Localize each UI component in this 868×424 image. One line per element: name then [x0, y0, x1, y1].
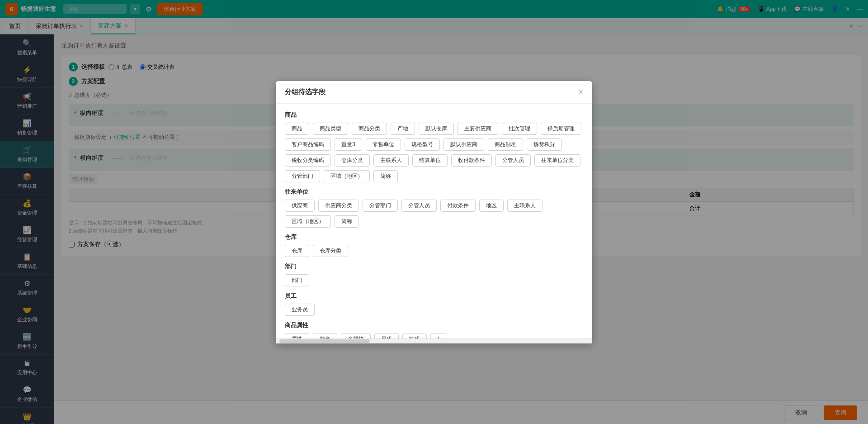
- section-title-warehouse: 仓库: [285, 233, 583, 241]
- fields-grid-staff: 业务员: [285, 304, 583, 316]
- field-warehouse-cat[interactable]: 仓库分类: [313, 245, 348, 257]
- fields-grid-dept: 部门: [285, 274, 583, 286]
- section-title-goods-attr: 商品属性: [285, 321, 583, 329]
- field-goods-type[interactable]: 商品类型: [313, 123, 348, 135]
- field-refine-points[interactable]: 炼货积分: [527, 138, 562, 151]
- section-title-staff: 员工: [285, 292, 583, 300]
- field-supervisor[interactable]: 分管人员: [495, 154, 531, 167]
- field-dept[interactable]: 部门: [285, 274, 309, 286]
- field-short-name-partner[interactable]: 简称: [335, 215, 359, 228]
- modal-field-selector: 分组待选字段 × 商品 商品 商品类型 商品分类 产地 默认仓库 主要供应商 批…: [276, 81, 592, 343]
- field-multi-spec[interactable]: 多规格: [341, 333, 371, 338]
- fields-grid-warehouse: 仓库 仓库分类: [285, 245, 583, 257]
- field-attr[interactable]: 属性: [285, 333, 309, 338]
- fields-grid-goods-attr: 属性 颜色 多规格 尺码 鞋码 1: [285, 333, 583, 338]
- field-retail-unit[interactable]: 零售单位: [366, 138, 401, 151]
- field-size[interactable]: 尺码: [374, 333, 399, 338]
- field-shoe-size[interactable]: 鞋码: [402, 333, 427, 338]
- field-warehouse-category[interactable]: 仓库分类: [335, 154, 370, 167]
- field-region2-partner[interactable]: 区域（地区）: [285, 215, 331, 228]
- field-main-contact-partner[interactable]: 主联系人: [507, 200, 542, 212]
- field-color[interactable]: 颜色: [313, 333, 337, 338]
- modal-body: 商品 商品 商品类型 商品分类 产地 默认仓库 主要供应商 批次管理 保质期管理…: [276, 104, 592, 338]
- modal-title: 分组待选字段: [285, 88, 326, 96]
- field-payment-cond[interactable]: 付款条件: [440, 200, 476, 212]
- field-goods-alias[interactable]: 商品别名: [488, 138, 523, 151]
- section-title-partner: 往来单位: [285, 188, 583, 196]
- fields-grid-partner: 供应商 供应商分类 分管部门 分管人员 付款条件 地区 主联系人 区域（地区） …: [285, 200, 583, 228]
- field-region-partner[interactable]: 地区: [479, 200, 504, 212]
- field-dept-managed[interactable]: 分管部门: [285, 170, 320, 182]
- field-expiry-mgmt[interactable]: 保质期管理: [541, 123, 581, 135]
- modal-close-button[interactable]: ×: [578, 87, 583, 97]
- field-default-warehouse[interactable]: 默认仓库: [419, 123, 454, 135]
- fields-grid-goods: 商品 商品类型 商品分类 产地 默认仓库 主要供应商 批次管理 保质期管理 客户…: [285, 123, 583, 182]
- section-title-dept: 部门: [285, 262, 583, 271]
- field-partner-category[interactable]: 往来单位分类: [534, 154, 580, 167]
- field-supervisor-partner[interactable]: 分管人员: [401, 200, 437, 212]
- field-attr1[interactable]: 1: [430, 333, 447, 338]
- field-salesperson[interactable]: 业务员: [285, 304, 315, 316]
- field-tax-code[interactable]: 税收分类编码: [285, 154, 331, 167]
- field-main-supplier[interactable]: 主要供应商: [458, 123, 498, 135]
- field-batch-mgmt[interactable]: 批次管理: [502, 123, 537, 135]
- section-title-goods: 商品: [285, 111, 583, 119]
- field-supplier[interactable]: 供应商: [285, 200, 315, 212]
- field-origin[interactable]: 产地: [391, 123, 415, 135]
- field-warehouse[interactable]: 仓库: [285, 245, 309, 257]
- field-payment-terms[interactable]: 收付款条件: [451, 154, 492, 167]
- field-settlement-unit[interactable]: 结算单位: [412, 154, 448, 167]
- field-supplier-category[interactable]: 供应商分类: [318, 200, 359, 212]
- field-weight3[interactable]: 重量3: [335, 138, 362, 151]
- modal-overlay: 分组待选字段 × 商品 商品 商品类型 商品分类 产地 默认仓库 主要供应商 批…: [0, 0, 868, 424]
- field-default-supplier[interactable]: 默认供应商: [443, 138, 484, 151]
- modal-header: 分组待选字段 ×: [276, 81, 592, 104]
- modal-hscroll-thumb: [279, 339, 370, 343]
- field-dept-partner[interactable]: 分管部门: [363, 200, 398, 212]
- field-customer-code[interactable]: 客户商品编码: [285, 138, 331, 151]
- field-goods[interactable]: 商品: [285, 123, 309, 135]
- field-main-contact[interactable]: 主联系人: [373, 154, 409, 167]
- field-goods-category[interactable]: 商品分类: [352, 123, 387, 135]
- modal-horizontal-scrollbar[interactable]: [276, 338, 592, 343]
- field-spec-model[interactable]: 规格型号: [405, 138, 440, 151]
- field-short-name-goods[interactable]: 简称: [373, 170, 398, 182]
- field-region-goods[interactable]: 区域（地区）: [324, 170, 370, 182]
